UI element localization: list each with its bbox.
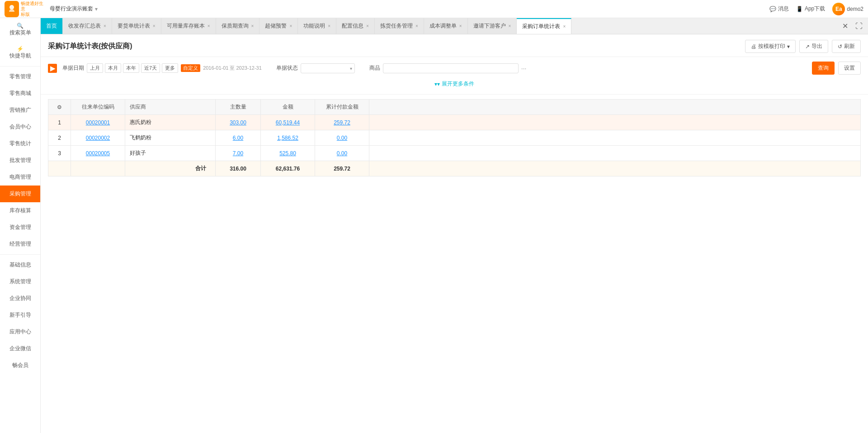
column-settings-icon[interactable]: ⚙ — [57, 104, 62, 110]
sidebar-item-retail[interactable]: 零售管理 — [0, 68, 40, 85]
sidebar-item-system[interactable]: 系统管理 — [0, 273, 40, 290]
export-icon: ↗ — [805, 43, 810, 50]
sidebar-item-appcenter[interactable]: 应用中心 — [0, 324, 40, 340]
row-qty[interactable]: 7.00 — [216, 146, 261, 161]
col-header-supplier: 供应商 — [125, 100, 216, 115]
footer-empty-2 — [71, 161, 125, 176]
row-code[interactable]: 00020005 — [71, 146, 125, 161]
row-supplier: 好孩子 — [125, 146, 216, 161]
query-btn[interactable]: 查询 — [812, 62, 835, 75]
tab-close-icon[interactable]: × — [509, 24, 511, 29]
tab-purchase-order-stats[interactable]: 采购订单统计表 × — [517, 18, 571, 34]
breadcrumb[interactable]: 母婴行业演示账套 ▾ — [45, 5, 769, 13]
export-btn[interactable]: ↗ 导出 — [799, 40, 828, 53]
tab-close-icon[interactable]: × — [289, 24, 292, 29]
status-select[interactable] — [301, 63, 355, 73]
user-area[interactable]: Ea demo2 — [832, 3, 863, 15]
row-index: 1 — [48, 115, 71, 130]
footer-amount: 62,631.76 — [261, 161, 315, 176]
row-paid[interactable]: 259.72 — [315, 115, 369, 130]
row-empty — [369, 115, 861, 130]
row-empty — [369, 130, 861, 146]
shortcut-this-month[interactable]: 本月 — [105, 63, 121, 73]
maximize-btn[interactable]: ⛶ — [854, 21, 864, 31]
sidebar-item-retail-stat[interactable]: 零售统计 — [0, 135, 40, 152]
sidebar-item-ecommerce[interactable]: 电商管理 — [0, 169, 40, 186]
message-btn[interactable]: 💬 消息 — [769, 5, 789, 13]
tab-cost-adjust[interactable]: 成本调整单 × — [424, 18, 468, 34]
expand-conditions-btn[interactable]: ▾▾ 展开更多条件 — [434, 78, 474, 90]
shortcut-7days[interactable]: 近7天 — [141, 63, 160, 73]
refresh-btn[interactable]: ↺ 刷新 — [832, 40, 861, 53]
row-amount[interactable]: 525.80 — [261, 146, 315, 161]
sidebar-item-retail-shop[interactable]: 零售商城 — [0, 85, 40, 102]
filter-toggle-btn[interactable]: ▶ — [48, 64, 57, 73]
tab-close-icon[interactable]: × — [563, 24, 566, 29]
product-input[interactable] — [383, 63, 519, 73]
tab-close-icon[interactable]: × — [366, 24, 369, 29]
sidebar-item-enterprise[interactable]: 企业协同 — [0, 290, 40, 307]
expand-row: ▾▾ 展开更多条件 — [48, 78, 861, 90]
tab-home[interactable]: 首页 — [41, 18, 63, 34]
sidebar-item-business[interactable]: 经营管理 — [0, 236, 40, 252]
sidebar-item-marketing[interactable]: 营销推广 — [0, 102, 40, 119]
sidebar-item-finance[interactable]: 资金管理 — [0, 219, 40, 236]
tab-available-inventory[interactable]: 可用量库存账本 × — [161, 18, 216, 34]
shortcut-this-year[interactable]: 本年 — [123, 63, 139, 73]
tab-close-icon[interactable]: × — [415, 24, 418, 29]
tab-config[interactable]: 配置信息 × — [336, 18, 375, 34]
row-qty[interactable]: 303.00 — [216, 115, 261, 130]
tab-demand-stats[interactable]: 要货单统计表 × — [112, 18, 161, 34]
tab-close-icon[interactable]: × — [459, 24, 462, 29]
row-amount[interactable]: 60,519.44 — [261, 115, 315, 130]
footer-empty-1 — [48, 161, 71, 176]
refresh-icon: ↺ — [838, 43, 842, 50]
col-header-code: 往来单位编码 — [71, 100, 125, 115]
sidebar-item-enterprise-wechat[interactable]: 企业微信 — [0, 340, 40, 357]
row-paid[interactable]: 0.00 — [315, 130, 369, 146]
sidebar-item-purchase[interactable]: 采购管理 — [0, 186, 40, 202]
tab-close-icon[interactable]: × — [104, 24, 106, 29]
sidebar-item-quick-nav[interactable]: ⚡ 快捷导航 — [0, 41, 40, 64]
tab-receive-summary[interactable]: 收发存汇总表 × — [63, 18, 112, 34]
tab-invite-downstream[interactable]: 邀请下游客户 × — [468, 18, 517, 34]
tab-close-icon[interactable]: × — [153, 24, 156, 29]
sidebar-item-vip[interactable]: 畅会员 — [0, 357, 40, 374]
tab-stocking-task[interactable]: 拣货任务管理 × — [375, 18, 424, 34]
col-header-amount: 金额 — [261, 100, 315, 115]
breadcrumb-text: 母婴行业演示账套 — [50, 5, 93, 13]
tab-close-icon[interactable]: × — [208, 24, 210, 29]
row-supplier: 惠氏奶粉 — [125, 115, 216, 130]
sidebar-item-newguide[interactable]: 新手引导 — [0, 307, 40, 324]
row-qty[interactable]: 6.00 — [216, 130, 261, 146]
shortcut-more[interactable]: 更多 — [162, 63, 178, 73]
row-code[interactable]: 00020002 — [71, 130, 125, 146]
sidebar-item-member[interactable]: 会员中心 — [0, 119, 40, 135]
settings-btn[interactable]: 设置 — [838, 62, 861, 75]
close-window-btn[interactable]: ✕ — [840, 21, 850, 31]
col-header-settings: ⚙ — [48, 100, 71, 115]
row-amount[interactable]: 1,586.52 — [261, 130, 315, 146]
shortcut-last-month[interactable]: 上月 — [87, 63, 103, 73]
sidebar-item-inventory[interactable]: 库存核算 — [0, 202, 40, 219]
tab-actions: ✕ ⛶ — [837, 21, 868, 31]
app-download-btn[interactable]: 📱 App下载 — [796, 5, 825, 13]
main-content: 首页 收发存汇总表 × 要货单统计表 × 可用量库存账本 × 保质期查询 × 超… — [41, 18, 868, 433]
tab-close-icon[interactable]: × — [251, 24, 254, 29]
print-btn[interactable]: 🖨 按模板打印 ▾ — [745, 40, 796, 53]
more-options-icon[interactable]: ··· — [521, 65, 527, 72]
sidebar-item-search[interactable]: 🔍 搜索英单 — [0, 18, 40, 41]
search-icon: 🔍 — [0, 23, 40, 29]
table-row: 2 00020002 飞鹤奶粉 6.00 1,586.52 0.00 — [48, 130, 861, 146]
sidebar-item-basic[interactable]: 基础信息 — [0, 257, 40, 273]
row-paid[interactable]: 0.00 — [315, 146, 369, 161]
tab-overstock[interactable]: 超储预警 × — [259, 18, 298, 34]
col-header-qty: 主数量 — [216, 100, 261, 115]
row-code[interactable]: 00020001 — [71, 115, 125, 130]
tab-expiry-query[interactable]: 保质期查询 × — [216, 18, 260, 34]
tab-function-desc[interactable]: 功能说明 × — [298, 18, 336, 34]
top-right-area: 💬 消息 📱 App下载 Ea demo2 — [769, 3, 863, 15]
row-index: 2 — [48, 130, 71, 146]
sidebar-item-wholesale[interactable]: 批发管理 — [0, 152, 40, 169]
tab-close-icon[interactable]: × — [328, 24, 330, 29]
